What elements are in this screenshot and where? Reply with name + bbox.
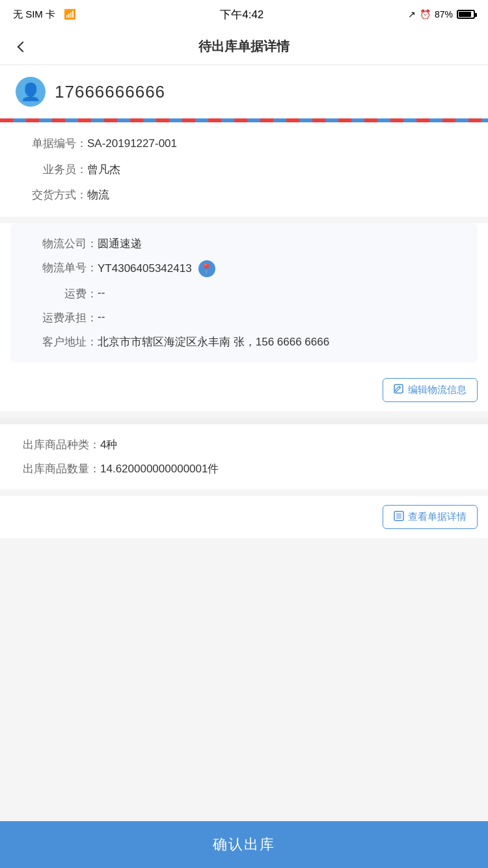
freight-value: -- xyxy=(98,286,462,299)
tracking-label: 物流单号： xyxy=(26,260,98,275)
user-section: 👤 17666666666 xyxy=(0,65,488,118)
freight-bearer-value: -- xyxy=(98,310,462,323)
battery-area: ↗ ⏰ 87% xyxy=(408,9,475,20)
freight-bearer-label: 运费承担： xyxy=(26,310,98,325)
back-chevron-icon xyxy=(18,41,29,52)
freight-label: 运费： xyxy=(26,286,98,301)
address-row: 客户地址： 北京市市辖区海淀区永丰南 张，156 6666 6666 xyxy=(26,334,462,349)
carrier-wifi: 无 SIM 卡 📶 xyxy=(13,8,76,21)
category-value: 4种 xyxy=(100,437,472,452)
nav-bar: 待出库单据详情 xyxy=(0,29,488,65)
status-bar: 无 SIM 卡 📶 下午4:42 ↗ ⏰ 87% xyxy=(0,0,488,29)
pin-icon: 📍 xyxy=(200,263,213,275)
view-btn-container: 查看单据详情 xyxy=(0,496,488,538)
tracking-row: 物流单号： YT4306405342413 📍 xyxy=(26,260,462,277)
list-icon xyxy=(394,511,404,523)
address-label: 客户地址： xyxy=(26,334,98,349)
logistics-company-value: 圆通速递 xyxy=(98,236,462,251)
quantity-value: 14.620000000000001件 xyxy=(100,461,472,476)
wifi-icon: 📶 xyxy=(64,8,76,20)
edit-btn-container: 编辑物流信息 xyxy=(0,369,488,411)
tracking-number-group: YT4306405342413 📍 xyxy=(98,260,215,277)
back-button[interactable] xyxy=(13,37,33,57)
quantity-row: 出库商品数量： 14.620000000000001件 xyxy=(16,461,472,476)
salesman-row: 业务员： 曾凡杰 xyxy=(16,161,472,178)
logistics-company-row: 物流公司： 圆通速递 xyxy=(26,236,462,251)
battery-percent: 87% xyxy=(435,9,453,20)
svg-rect-0 xyxy=(394,385,403,393)
edit-btn-label: 编辑物流信息 xyxy=(408,384,467,396)
order-number-value: SA-20191227-001 xyxy=(87,135,472,152)
quantity-label: 出库商品数量： xyxy=(16,461,100,476)
view-btn-label: 查看单据详情 xyxy=(408,511,467,523)
salesman-label: 业务员： xyxy=(16,161,87,178)
logistics-card: 物流公司： 圆通速递 物流单号： YT4306405342413 📍 运费： -… xyxy=(10,223,478,362)
delivery-row: 交货方式： 物流 xyxy=(16,187,472,204)
confirm-btn-label: 确认出库 xyxy=(213,835,275,854)
tracking-value: YT4306405342413 xyxy=(98,262,192,275)
address-value: 北京市市辖区海淀区永丰南 张，156 6666 6666 xyxy=(98,334,462,349)
freight-row: 运费： -- xyxy=(26,286,462,301)
carrier-text: 无 SIM 卡 xyxy=(13,8,55,20)
salesman-value: 曾凡杰 xyxy=(87,161,472,178)
user-phone: 17666666666 xyxy=(55,82,165,102)
time-display: 下午4:42 xyxy=(220,7,264,22)
user-icon: 👤 xyxy=(20,82,41,102)
confirm-button[interactable]: 确认出库 xyxy=(0,821,488,868)
avatar: 👤 xyxy=(16,77,46,107)
view-details-button[interactable]: 查看单据详情 xyxy=(383,505,478,529)
edit-logistics-button[interactable]: 编辑物流信息 xyxy=(383,378,478,402)
stats-section: 出库商品种类： 4种 出库商品数量： 14.620000000000001件 xyxy=(0,424,488,489)
order-number-row: 单据编号： SA-20191227-001 xyxy=(16,135,472,152)
page-title: 待出库单据详情 xyxy=(33,38,455,55)
bottom-spacer xyxy=(0,545,488,822)
section-divider xyxy=(0,418,488,424)
edit-icon xyxy=(394,384,404,396)
alarm-icon: ⏰ xyxy=(420,9,431,20)
order-info-section: 单据编号： SA-20191227-001 业务员： 曾凡杰 交货方式： 物流 xyxy=(0,122,488,217)
delivery-value: 物流 xyxy=(87,187,472,204)
category-row: 出库商品种类： 4种 xyxy=(16,437,472,452)
order-number-label: 单据编号： xyxy=(16,135,87,152)
battery-icon xyxy=(457,10,475,19)
logistics-company-label: 物流公司： xyxy=(26,236,98,251)
freight-bearer-row: 运费承担： -- xyxy=(26,310,462,325)
location-icon: ↗ xyxy=(408,9,416,20)
delivery-label: 交货方式： xyxy=(16,187,87,204)
location-tracking-button[interactable]: 📍 xyxy=(198,260,215,277)
category-label: 出库商品种类： xyxy=(16,437,100,452)
